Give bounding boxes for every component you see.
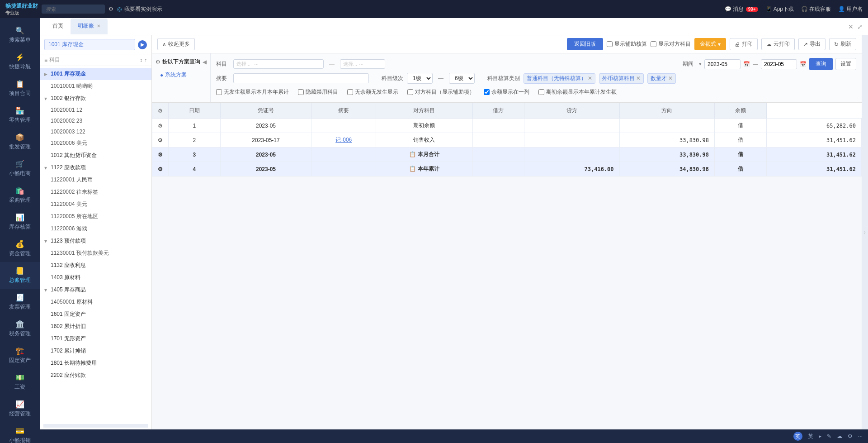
checkbox-init-balance-input[interactable]	[538, 89, 544, 95]
subject-level-end-select[interactable]: 6级5级4级	[449, 73, 475, 84]
tree-item-10020006[interactable]: 10020006 美元	[40, 137, 151, 149]
user-avatar[interactable]: 👤 用户名	[838, 5, 863, 13]
system-plan-item[interactable]: ● 系统方案	[156, 68, 207, 81]
query-arrow-icon[interactable]: ◀	[203, 59, 207, 65]
setting-btn[interactable]: 设置	[835, 58, 856, 70]
sidebar-item-retail[interactable]: 🏪 零售管理	[0, 102, 40, 129]
checkbox-no-balance[interactable]: 无发生额显示本月本年累计	[216, 88, 289, 96]
tree-item-1132[interactable]: 1132 应收利息	[40, 259, 151, 272]
tree-item-1801[interactable]: 1801 长期待摊费用	[40, 357, 151, 369]
tag-remove-foreign[interactable]: ✕	[636, 75, 641, 81]
show-aux-input[interactable]	[607, 41, 613, 47]
message-btn[interactable]: 💬 消息 99+	[725, 5, 758, 13]
tree-item-1601[interactable]: 1601 固定资产	[40, 308, 151, 320]
show-counterpart-input[interactable]	[651, 41, 656, 47]
format-btn[interactable]: 金额式 ▾	[694, 38, 726, 50]
global-search-input[interactable]	[42, 5, 105, 14]
tree-item-1123[interactable]: ▾ 1123 预付款项	[40, 235, 151, 247]
sidebar-item-inventory[interactable]: 📊 库存核算	[0, 209, 40, 235]
status-lang[interactable]: 英	[793, 432, 802, 441]
query-settings-icon[interactable]: ⚙	[156, 59, 160, 65]
tab-detail-close[interactable]: ✕	[97, 24, 100, 29]
checkbox-no-balance-input[interactable]	[216, 89, 222, 95]
tree-item-1403[interactable]: 1403 原材料	[40, 272, 151, 284]
period-end-input[interactable]	[761, 59, 797, 69]
tree-item-11220004[interactable]: 11220004 美元	[40, 198, 151, 210]
tag-remove-normal[interactable]: ✕	[588, 75, 592, 81]
checkbox-no-balance2[interactable]: 无余额无发生显示	[347, 88, 398, 96]
tree-scrollbar-x[interactable]	[43, 424, 148, 428]
checkbox-init-balance[interactable]: 期初余额显示本年累计发生额	[538, 88, 617, 96]
row-settings-4[interactable]: ⚙	[152, 162, 169, 176]
sidebar-item-wholesale[interactable]: 📦 批发管理	[0, 129, 40, 155]
status-en[interactable]: 英	[808, 433, 813, 440]
voucher-link[interactable]: 记-006	[335, 137, 352, 143]
window-maximize-icon[interactable]: ⤢	[857, 23, 863, 30]
demo-link[interactable]: ◎ 我要看实例演示	[117, 5, 162, 13]
checkbox-balance-one-col-input[interactable]	[484, 89, 490, 95]
tree-item-11220006[interactable]: 11220006 游戏	[40, 223, 151, 235]
cal-icon-start[interactable]: 📅	[743, 61, 750, 67]
sidebar-item-assets[interactable]: 🏗️ 固定资产	[0, 342, 40, 369]
checkbox-no-balance2-input[interactable]	[347, 89, 353, 95]
checkbox-counterpart[interactable]: 对方科目（显示辅助项）	[407, 88, 475, 96]
tree-item-1002[interactable]: ▾ 1002 银行存款	[40, 92, 151, 105]
query-search-btn[interactable]: 查询	[809, 58, 833, 70]
subject-end-input[interactable]: 选择... ···	[340, 59, 385, 69]
window-close-icon[interactable]: ✕	[848, 23, 854, 30]
more-filter-btn[interactable]: ∧ 收起更多	[157, 38, 195, 50]
tree-menu-icon[interactable]: ≡	[44, 57, 47, 63]
account-nav-btn[interactable]: ▶	[138, 40, 147, 49]
status-dot[interactable]: ▸	[819, 433, 821, 439]
row-voucher-2[interactable]: 记-006	[311, 133, 376, 148]
row-settings-1[interactable]: ⚙	[152, 119, 169, 133]
status-cloud[interactable]: ☁	[837, 433, 842, 439]
sidebar-item-ledger[interactable]: 📒 总账管理	[0, 262, 40, 289]
tree-item-1012[interactable]: 1012 其他货币资金	[40, 149, 151, 162]
top-nav-settings[interactable]: ⚙	[108, 6, 113, 12]
tree-item-1701[interactable]: 1701 无形资产	[40, 333, 151, 345]
period-start-input[interactable]	[704, 59, 741, 69]
period-dropdown-icon[interactable]: ▾	[699, 61, 702, 67]
tree-collapse-icon[interactable]: ↑	[144, 57, 147, 63]
status-edit[interactable]: ✎	[827, 433, 831, 439]
tree-item-10020002[interactable]: 10020002 23	[40, 115, 151, 126]
sidebar-item-marketing[interactable]: 💳 小畅报销	[0, 422, 40, 443]
tab-home[interactable]: 首页	[45, 19, 71, 34]
tree-item-1122[interactable]: ▾ 1122 应收款项	[40, 162, 151, 174]
sidebar-item-invoice[interactable]: 🧾 发票管理	[0, 289, 40, 315]
sidebar-item-search[interactable]: 🔍 搜索菜单	[0, 22, 40, 48]
row-settings-3[interactable]: ⚙	[152, 148, 169, 162]
sidebar-item-ecommerce[interactable]: 🛒 小畅电商	[0, 155, 40, 182]
app-download-btn[interactable]: 📱 App下载	[765, 5, 794, 13]
online-service-btn[interactable]: 🎧 在线客服	[801, 5, 831, 13]
tree-item-2202[interactable]: 2202 应付账款	[40, 369, 151, 381]
subject-level-start-select[interactable]: 1级2级3级	[407, 73, 433, 84]
sidebar-item-shortcut[interactable]: ⚡ 快捷导航	[0, 48, 40, 75]
summary-input[interactable]	[233, 73, 369, 83]
sidebar-item-tax[interactable]: 🏛️ 税务管理	[0, 315, 40, 342]
tree-item-11220005[interactable]: 11220005 所在地区	[40, 210, 151, 223]
right-collapse-btn[interactable]: ›	[862, 35, 868, 429]
sidebar-item-operations[interactable]: 📈 经营管理	[0, 395, 40, 422]
checkbox-hide-disabled[interactable]: 隐藏禁用科目	[298, 88, 338, 96]
tree-item-11220002[interactable]: 11220002 往来标签	[40, 186, 151, 198]
row-settings-2[interactable]: ⚙	[152, 133, 169, 148]
tree-item-10020001[interactable]: 10020001 12	[40, 105, 151, 115]
tree-item-10020003[interactable]: 10020003 122	[40, 126, 151, 137]
checkbox-hide-disabled-input[interactable]	[298, 89, 304, 95]
tree-item-1405[interactable]: ▾ 1405 库存商品	[40, 284, 151, 296]
sidebar-item-purchase[interactable]: 🛍️ 采购管理	[0, 182, 40, 209]
tree-item-10010001[interactable]: 10010001 哟哟哟	[40, 80, 151, 92]
status-gear[interactable]: ⚙	[848, 433, 853, 439]
tree-item-11220001[interactable]: 11220001 人民币	[40, 174, 151, 186]
tree-item-1001[interactable]: ▸ 1001 库存现金	[40, 68, 151, 80]
tag-remove-quantity[interactable]: ✕	[668, 75, 673, 81]
cloud-print-btn[interactable]: ☁ 云打印	[761, 38, 795, 50]
refresh-btn[interactable]: ↻ 刷新	[829, 38, 856, 50]
sidebar-item-project[interactable]: 📋 项目合同	[0, 75, 40, 102]
print-btn[interactable]: 🖨 打印	[730, 38, 758, 50]
checkbox-counterpart-input[interactable]	[407, 89, 413, 95]
sidebar-item-capital[interactable]: 💰 资金管理	[0, 235, 40, 262]
return-old-btn[interactable]: 返回旧版	[567, 38, 603, 50]
